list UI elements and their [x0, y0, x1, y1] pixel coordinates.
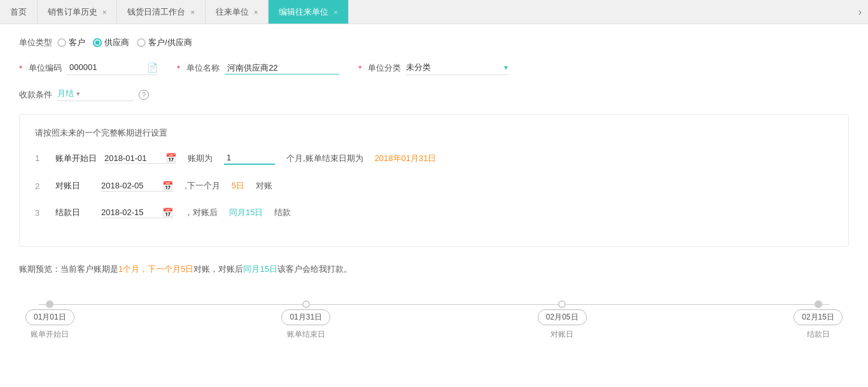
timeline-badge-2: 01月31日 — [281, 309, 330, 325]
preview-suffix: 该客户会给我打款。 — [277, 264, 352, 274]
preview-section: 账期预览：当前客户账期是1个月，下一个月5日对账，对账后同月15日该客户会给我打… — [19, 257, 849, 346]
period-label-1: 账单开始日 — [55, 153, 97, 164]
preview-prefix: 账期预览：当前客户账期是 — [19, 264, 118, 274]
period-row-1: 1 账单开始日 📅 账期为 个月,账单结束日期为 2018年01月31日 — [35, 151, 833, 165]
preview-mid2: 对账，对账后 — [193, 264, 243, 274]
radio-both-circle — [137, 38, 146, 47]
period-end-date: 2018年01月31日 — [375, 153, 437, 164]
period-date-2: 📅 — [101, 181, 173, 192]
period-reconcile-suffix: 对账 — [256, 180, 272, 192]
unit-code-label: 单位编码 — [29, 62, 62, 74]
timeline-node-1: 01月01日 账单开始日 — [25, 290, 74, 340]
unit-category-select-wrap[interactable]: 未分类 ▾ — [406, 62, 508, 75]
payment-terms-select-wrap[interactable]: 月结 ▾ — [57, 88, 134, 101]
timeline-node-3: 02月05日 对账日 — [538, 290, 587, 340]
radio-customer-circle — [57, 38, 66, 47]
tab-bar: 首页 销售订单历史 × 钱货日清工作台 × 往来单位 × 编辑往来单位 × › — [0, 0, 868, 24]
preview-highlight1: 1个月， — [118, 264, 148, 274]
unit-category-chevron: ▾ — [504, 63, 508, 72]
timeline-node-2: 01月31日 账单结束日 — [281, 290, 330, 340]
unit-code-input[interactable] — [67, 61, 143, 73]
period-reconcile-prefix: ,下一个月 — [185, 180, 220, 192]
radio-both-label: 客户/供应商 — [148, 37, 192, 48]
timeline-badge-3: 02月05日 — [538, 309, 587, 325]
period-label-2: 对账日 — [55, 180, 94, 192]
close-cashier[interactable]: × — [190, 8, 194, 16]
period-date-input-3[interactable] — [101, 208, 158, 217]
unit-type-group: 单位类型 客户 供应商 客户/供应商 — [19, 37, 192, 48]
close-partner-units[interactable]: × — [254, 8, 258, 16]
period-payment-prefix: ，对账后 — [185, 207, 218, 218]
preview-text: 账期预览：当前客户账期是1个月，下一个月5日对账，对账后同月15日该客户会给我打… — [19, 264, 849, 275]
period-box-title: 请按照未来的一个完整帐期进行设置 — [35, 127, 833, 139]
tab-partner-units[interactable]: 往来单位 × — [206, 0, 269, 24]
tab-cashier[interactable]: 钱货日清工作台 × — [117, 0, 205, 24]
radio-customer[interactable]: 客户 — [57, 37, 85, 48]
radio-supplier[interactable]: 供应商 — [93, 37, 129, 48]
close-edit-partner[interactable]: × — [333, 8, 337, 16]
unit-category-label: 单位分类 — [368, 62, 401, 74]
period-months-input[interactable] — [224, 151, 275, 165]
timeline-label-2: 账单结束日 — [287, 329, 325, 340]
period-payment-suffix: 结款 — [274, 207, 291, 218]
unit-name-input[interactable] — [225, 62, 339, 74]
period-date-input-1[interactable] — [104, 153, 162, 163]
period-label-months: 账期为 — [188, 153, 213, 164]
payment-terms-group: 收款条件 月结 ▾ ? — [19, 88, 149, 101]
period-reconcile-day: 5日 — [232, 180, 244, 192]
timeline-label-4: 结款日 — [807, 329, 830, 340]
period-row-3: 3 结款日 📅 ，对账后同月15日结款 — [35, 207, 833, 218]
period-months-unit: 个月,账单结束日期为 — [286, 153, 363, 164]
radio-supplier-label: 供应商 — [104, 37, 129, 48]
period-num-3: 3 — [35, 208, 48, 218]
close-sales-history[interactable]: × — [102, 8, 106, 16]
timeline-badge-4: 02月15日 — [794, 309, 843, 325]
unit-name-star: * — [177, 64, 180, 73]
unit-type-row: 单位类型 客户 供应商 客户/供应商 — [19, 37, 849, 48]
timeline-dot-2 — [302, 300, 310, 308]
timeline-nodes: 01月01日 账单开始日 01月31日 账单结束日 02月05日 对账日 — [25, 290, 843, 340]
period-num-1: 1 — [35, 153, 48, 163]
tab-edit-partner[interactable]: 编辑往来单位 × — [269, 0, 348, 24]
radio-customer-label: 客户 — [69, 37, 85, 48]
period-payment-day: 同月15日 — [229, 207, 263, 218]
unit-code-input-wrap: 📄 — [67, 61, 158, 75]
period-num-2: 2 — [35, 181, 48, 191]
unit-category-group: * 单位分类 未分类 ▾ — [358, 62, 508, 75]
help-icon[interactable]: ? — [139, 90, 149, 100]
period-label-3: 结款日 — [55, 207, 94, 218]
unit-code-icon[interactable]: 📄 — [147, 62, 158, 73]
unit-code-group: * 单位编码 📄 — [19, 61, 158, 75]
period-calendar-1[interactable]: 📅 — [165, 153, 176, 163]
payment-terms-chevron: ▾ — [76, 90, 80, 98]
period-row-2: 2 对账日 📅 ,下一个月5日对账 — [35, 180, 833, 192]
tab-sales-history[interactable]: 销售订单历史 × — [38, 0, 117, 24]
timeline-dot-1 — [46, 300, 53, 308]
unit-category-star: * — [358, 64, 361, 73]
timeline-label-3: 对账日 — [550, 329, 573, 340]
timeline-node-4: 02月15日 结款日 — [794, 290, 843, 340]
unit-code-star: * — [19, 64, 22, 73]
period-settings-box: 请按照未来的一个完整帐期进行设置 1 账单开始日 📅 账期为 个月,账单结束日期… — [19, 114, 849, 247]
timeline-dot-3 — [558, 300, 566, 308]
preview-mid1: 下一个月5日 — [148, 264, 193, 274]
unit-type-label: 单位类型 — [19, 37, 52, 48]
period-date-input-2[interactable] — [101, 181, 158, 190]
period-calendar-2[interactable]: 📅 — [162, 181, 173, 191]
timeline-dot-4 — [815, 300, 822, 308]
timeline-badge-1: 01月01日 — [25, 309, 74, 325]
unit-category-value: 未分类 — [406, 62, 501, 73]
radio-both[interactable]: 客户/供应商 — [137, 37, 192, 48]
period-date-3: 📅 — [101, 208, 173, 218]
main-content: 单位类型 客户 供应商 客户/供应商 * 单位编码 — [0, 24, 868, 387]
payment-terms-value: 月结 — [57, 88, 74, 99]
period-calendar-3[interactable]: 📅 — [162, 208, 173, 218]
unit-name-group: * 单位名称 — [177, 62, 339, 74]
radio-group: 客户 供应商 客户/供应商 — [57, 37, 192, 48]
tab-home[interactable]: 首页 — [0, 0, 38, 24]
payment-terms-label: 收款条件 — [19, 89, 52, 101]
preview-highlight2: 同月15日 — [243, 264, 277, 274]
tab-scroll-right[interactable]: › — [852, 0, 868, 24]
radio-supplier-circle — [93, 38, 102, 47]
unit-info-row: * 单位编码 📄 * 单位名称 * 单位分类 未分类 ▾ — [19, 61, 849, 75]
